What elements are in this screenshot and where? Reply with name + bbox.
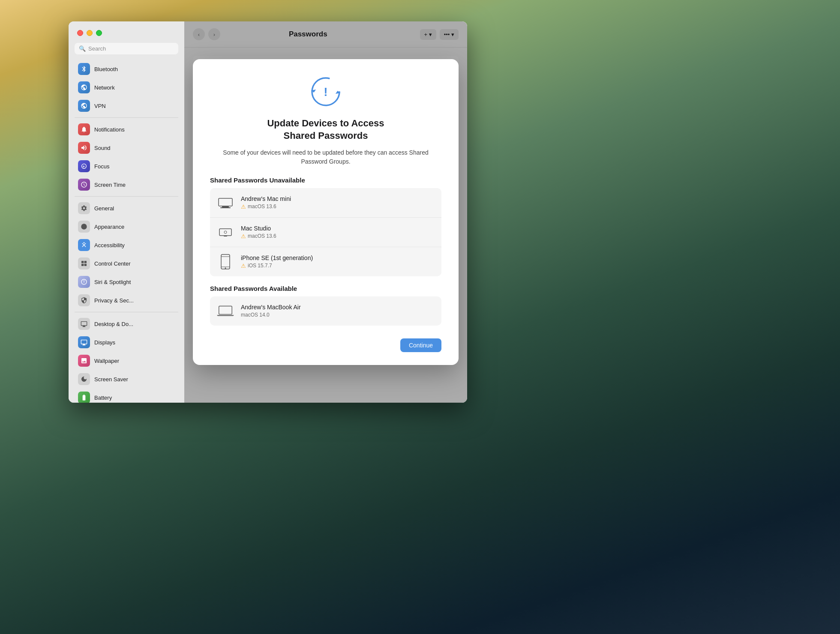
sidebar-label-screen-saver: Screen Saver <box>94 376 128 383</box>
search-placeholder: Search <box>88 45 106 52</box>
svg-rect-4 <box>81 264 84 266</box>
privacy-icon <box>78 294 90 306</box>
modal-footer: Continue <box>210 338 441 352</box>
available-device-list: Andrew's MacBook Air macOS 14.0 <box>210 296 441 326</box>
network-icon <box>78 81 90 93</box>
macbook-air-icon <box>217 302 234 320</box>
sidebar-item-appearance[interactable]: Appearance <box>72 218 181 236</box>
sidebar: 🔍 Search Bluetooth Network <box>69 21 184 403</box>
svg-rect-2 <box>81 261 84 263</box>
unavailable-device-list: Andrew's Mac mini ⚠ macOS 13.6 <box>210 188 441 276</box>
divider-3 <box>75 312 178 312</box>
focus-icon <box>78 160 90 172</box>
sidebar-item-battery[interactable]: Battery <box>72 389 181 403</box>
sidebar-label-screen-time: Screen Time <box>94 182 126 188</box>
modal-icon: ! <box>309 75 343 109</box>
svg-point-17 <box>225 267 226 269</box>
bluetooth-icon <box>78 63 90 75</box>
available-section-title: Shared Passwords Available <box>210 285 441 292</box>
sidebar-item-sound[interactable]: Sound <box>72 139 181 157</box>
traffic-lights <box>69 21 184 43</box>
sidebar-item-vpn[interactable]: VPN <box>72 97 181 115</box>
svg-rect-10 <box>220 207 231 208</box>
device-item-mac-studio: Mac Studio ⚠ macOS 13.6 <box>210 218 441 247</box>
svg-rect-5 <box>84 264 87 266</box>
iphone-se-warning: ⚠ iOS 15.7.7 <box>241 263 435 269</box>
iphone-se-name: iPhone SE (1st generation) <box>241 254 435 261</box>
sidebar-label-battery: Battery <box>94 395 112 401</box>
sidebar-label-bluetooth: Bluetooth <box>94 66 118 72</box>
screen-saver-icon <box>78 373 90 385</box>
mac-mini-icon <box>217 194 234 211</box>
mac-mini-name: Andrew's Mac mini <box>241 195 435 202</box>
unavailable-section-title: Shared Passwords Unavailable <box>210 176 441 184</box>
macbook-air-os-row: macOS 14.0 <box>241 312 435 318</box>
sidebar-item-wallpaper[interactable]: Wallpaper <box>72 352 181 370</box>
sidebar-item-network[interactable]: Network <box>72 78 181 96</box>
iphone-se-icon <box>217 253 234 270</box>
sidebar-label-siri: Siri & Spotlight <box>94 279 131 285</box>
sidebar-label-notifications: Notifications <box>94 126 125 133</box>
sidebar-label-privacy: Privacy & Sec... <box>94 297 134 304</box>
sidebar-label-control-center: Control Center <box>94 260 131 267</box>
sidebar-item-notifications[interactable]: Notifications <box>72 120 181 138</box>
minimize-button[interactable] <box>87 30 93 36</box>
sidebar-item-bluetooth[interactable]: Bluetooth <box>72 60 181 78</box>
siri-icon <box>78 276 90 288</box>
iphone-se-info: iPhone SE (1st generation) ⚠ iOS 15.7.7 <box>241 254 435 269</box>
update-devices-modal: ! Update Devices to AccessShared Passwor… <box>193 59 459 365</box>
svg-rect-12 <box>224 236 227 236</box>
macbook-air-info: Andrew's MacBook Air macOS 14.0 <box>241 304 435 318</box>
sidebar-item-desktop[interactable]: Desktop & Do... <box>72 315 181 333</box>
desktop-icon <box>78 318 90 330</box>
wallpaper-icon <box>78 355 90 367</box>
sidebar-item-privacy[interactable]: Privacy & Sec... <box>72 291 181 309</box>
continue-button[interactable]: Continue <box>400 338 441 352</box>
sidebar-label-focus: Focus <box>94 163 109 170</box>
accessibility-icon <box>78 239 90 251</box>
mac-studio-warning: ⚠ macOS 13.6 <box>241 233 435 239</box>
svg-text:!: ! <box>324 85 327 99</box>
device-item-iphone-se: iPhone SE (1st generation) ⚠ iOS 15.7.7 <box>210 247 441 276</box>
sound-icon <box>78 142 90 154</box>
system-preferences-window: 🔍 Search Bluetooth Network <box>69 21 467 403</box>
appearance-icon <box>78 221 90 233</box>
modal-overlay: ! Update Devices to AccessShared Passwor… <box>184 21 467 403</box>
sidebar-label-displays: Displays <box>94 339 115 346</box>
sidebar-item-displays[interactable]: Displays <box>72 333 181 351</box>
divider-2 <box>75 196 178 197</box>
sidebar-item-control-center[interactable]: Control Center <box>72 254 181 272</box>
close-button[interactable] <box>77 30 83 36</box>
svg-rect-3 <box>84 261 87 263</box>
macbook-air-os: macOS 14.0 <box>241 312 270 318</box>
svg-point-0 <box>81 224 87 229</box>
iphone-se-os: iOS 15.7.7 <box>248 263 272 269</box>
mac-studio-icon <box>217 224 234 241</box>
mac-mini-info: Andrew's Mac mini ⚠ macOS 13.6 <box>241 195 435 210</box>
mac-mini-warning: ⚠ macOS 13.6 <box>241 203 435 210</box>
svg-point-1 <box>84 242 85 243</box>
svg-rect-11 <box>219 229 231 236</box>
sidebar-item-siri[interactable]: Siri & Spotlight <box>72 273 181 291</box>
search-bar[interactable]: 🔍 Search <box>75 43 178 54</box>
modal-title: Update Devices to AccessShared Passwords <box>267 117 384 142</box>
sidebar-label-appearance: Appearance <box>94 224 124 230</box>
search-icon: 🔍 <box>79 45 86 52</box>
sidebar-item-focus[interactable]: Focus <box>72 157 181 175</box>
main-content: ‹ › Passwords + ▾ ••• ▾ Family sharing..… <box>184 21 467 403</box>
sidebar-item-screen-saver[interactable]: Screen Saver <box>72 370 181 388</box>
warning-triangle-2: ⚠ <box>241 233 246 239</box>
displays-icon <box>78 336 90 348</box>
modal-description: Some of your devices will need to be upd… <box>223 148 429 166</box>
svg-point-13 <box>224 231 227 233</box>
screen-time-icon <box>78 179 90 191</box>
control-center-icon <box>78 257 90 269</box>
sidebar-item-accessibility[interactable]: Accessibility <box>72 236 181 254</box>
general-icon <box>78 202 90 214</box>
sidebar-item-screen-time[interactable]: Screen Time <box>72 176 181 194</box>
divider-1 <box>75 117 178 118</box>
sidebar-item-general[interactable]: General <box>72 199 181 217</box>
maximize-button[interactable] <box>96 30 102 36</box>
svg-rect-9 <box>222 206 229 207</box>
mac-studio-info: Mac Studio ⚠ macOS 13.6 <box>241 225 435 239</box>
